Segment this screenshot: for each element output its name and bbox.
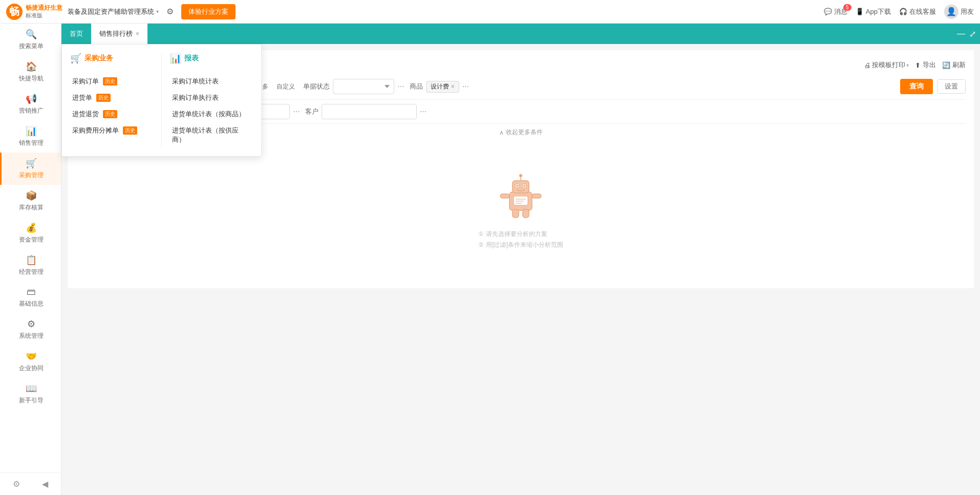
- sidebar-item-quick-nav[interactable]: 🏠 快捷导航: [0, 56, 61, 88]
- sidebar-item-label: 采购管理: [19, 171, 44, 180]
- incoming-stats-supplier-label: 进货单统计表（按供应商）: [172, 126, 251, 144]
- menu-item-incoming[interactable]: 进货单 历史: [70, 90, 153, 106]
- header-center: 装备及固定资产辅助管理系统 ▾ ⚙ 体验行业方案: [68, 4, 824, 19]
- message-action[interactable]: 💬 消息 5: [824, 7, 847, 16]
- logo-line2: 标准版: [26, 12, 62, 19]
- trial-button[interactable]: 体验行业方案: [181, 4, 236, 19]
- status-ellipsis[interactable]: ···: [397, 82, 404, 91]
- customer-ellipsis[interactable]: ···: [420, 107, 427, 116]
- refresh-action[interactable]: 🔄 刷新: [942, 60, 966, 70]
- status-select[interactable]: [333, 79, 394, 94]
- sidebar-item-label: 基础信息: [19, 299, 44, 308]
- menu-item-order-exec[interactable]: 采购订单执行表: [170, 90, 253, 106]
- menu-item-incoming-stats-supplier[interactable]: 进货单统计表（按供应商）: [170, 122, 253, 148]
- goods-label: 商品: [410, 82, 423, 91]
- sidebar-item-marketing[interactable]: 📢 营销推广: [0, 88, 61, 120]
- goods-tag: 设计费 ×: [426, 81, 459, 93]
- sidebar-item-inventory[interactable]: 📦 库存核算: [0, 185, 61, 217]
- online-service-action[interactable]: 🎧 在线客服: [899, 7, 936, 16]
- sidebar-item-system[interactable]: ⚙ 系统管理: [0, 313, 61, 346]
- settings-button[interactable]: 设置: [937, 79, 966, 94]
- sidebar-item-search[interactable]: 🔍 搜索菜单: [0, 24, 61, 56]
- tab-maximize-icon[interactable]: ⤢: [969, 29, 976, 39]
- refresh-icon: 🔄: [942, 61, 950, 69]
- order-exec-label: 采购订单执行表: [172, 93, 219, 102]
- toolbar-right: 🖨 按模板打印 ▾ ⬆ 导出 🔄 刷新: [864, 60, 966, 70]
- collapse-button[interactable]: ∧ 收起更多条件: [499, 128, 543, 137]
- header-settings-icon[interactable]: ⚙: [163, 5, 177, 19]
- tab-bar-right: — ⤢: [957, 29, 980, 39]
- empty-state: 请先选择要分析的方案 用[过滤]条件来缩小分析范围: [76, 141, 966, 282]
- user-action[interactable]: 👤 用友: [944, 5, 974, 19]
- user-label: 用友: [961, 7, 974, 16]
- customer-label: 客户: [305, 107, 318, 116]
- salesperson-ellipsis[interactable]: ···: [293, 107, 300, 116]
- menu-item-incoming-stats-goods[interactable]: 进货单统计表（按商品）: [170, 106, 253, 122]
- tab-minimize-icon[interactable]: —: [957, 29, 965, 38]
- header-right: 💬 消息 5 📱 App下载 🎧 在线客服 👤 用友: [824, 5, 974, 19]
- online-service-label: 在线客服: [909, 7, 936, 16]
- menu-item-expense[interactable]: 采购费用分摊单 历史: [70, 122, 153, 139]
- svg-rect-6: [500, 194, 509, 198]
- sidebar-item-label: 销售管理: [19, 139, 44, 147]
- tab-sales-ranking-label: 销售排行榜: [99, 29, 133, 38]
- collapse-icon[interactable]: ◀: [42, 479, 48, 489]
- incoming-label: 进货单: [72, 93, 92, 102]
- export-action[interactable]: ⬆ 导出: [915, 60, 936, 70]
- money-icon: 💰: [26, 222, 37, 233]
- goods-tag-close[interactable]: ×: [451, 83, 455, 90]
- message-icon: 💬: [824, 8, 832, 15]
- tab-bar: 首页 销售排行榜 × — ⤢: [61, 24, 980, 44]
- report-section-label: 报表: [184, 54, 199, 63]
- sidebar-item-sales[interactable]: 📊 销售管理: [0, 120, 61, 153]
- handshake-icon: 🤝: [26, 351, 37, 362]
- goods-ellipsis[interactable]: ···: [462, 82, 469, 91]
- customer-input[interactable]: [322, 104, 417, 119]
- sidebar-item-label: 快捷导航: [19, 74, 44, 83]
- logo-line1: 畅捷通好生意: [26, 4, 62, 12]
- sidebar-item-cooperation[interactable]: 🤝 企业协同: [0, 346, 61, 378]
- app-download-action[interactable]: 📱 App下载: [856, 7, 891, 16]
- book-icon: 📖: [26, 383, 37, 394]
- print-action[interactable]: 🖨 按模板打印 ▾: [864, 60, 909, 70]
- sidebar-item-operations[interactable]: 📋 经营管理: [0, 249, 61, 282]
- svg-point-5: [523, 185, 525, 187]
- svg-rect-8: [513, 209, 519, 218]
- shortcut-custom[interactable]: 自定义: [273, 81, 298, 92]
- menu-item-order-stats[interactable]: 采购订单统计表: [170, 73, 253, 90]
- menu-item-purchase-order[interactable]: 采购订单 历史: [70, 73, 153, 90]
- svg-rect-7: [532, 194, 541, 198]
- sidebar-item-purchase[interactable]: 🛒 采购管理: [0, 153, 61, 185]
- purchase-section-icon: 🛒: [70, 53, 81, 64]
- tab-close-icon[interactable]: ×: [136, 30, 139, 37]
- sidebar-item-guide[interactable]: 📖 新手引导: [0, 378, 61, 410]
- headset-icon: 🎧: [899, 8, 907, 15]
- search-icon: 🔍: [26, 29, 37, 40]
- query-button[interactable]: 查询: [900, 79, 933, 94]
- sidebar-item-basic[interactable]: 🗃 基础信息: [0, 282, 61, 313]
- report-section-icon: 📊: [170, 53, 181, 64]
- avatar: 👤: [944, 5, 958, 19]
- printer-icon: 🖨: [864, 61, 871, 69]
- sidebar-item-finance[interactable]: 💰 资金管理: [0, 217, 61, 249]
- collapse-label: 收起更多条件: [506, 128, 543, 137]
- menu-item-return[interactable]: 进货退货 历史: [70, 106, 153, 122]
- empty-hint-2: 用[过滤]条件来缩小分析范围: [478, 241, 563, 249]
- bottom-settings-icon[interactable]: ⚙: [13, 479, 20, 489]
- tab-sales-ranking[interactable]: 销售排行榜 ×: [91, 24, 147, 44]
- sidebar-item-label: 企业协同: [19, 364, 44, 373]
- goods-tag-value: 设计费: [431, 82, 449, 91]
- sidebar: 🔍 搜索菜单 🏠 快捷导航 📢 营销推广 📊 销售管理 🛒 采购管理 📦 库存核…: [0, 24, 61, 495]
- logo-text: 畅捷通好生意 标准版: [26, 4, 62, 19]
- history-badge-expense: 历史: [123, 126, 137, 135]
- purchase-section-title: 🛒 采购业务: [70, 53, 153, 67]
- logo-char: 畅: [9, 5, 19, 18]
- sidebar-item-label: 库存核算: [19, 203, 44, 212]
- phone-icon: 📱: [856, 8, 864, 15]
- report-icon: 📋: [26, 254, 37, 266]
- sidebar-item-label: 经营管理: [19, 268, 44, 276]
- chevron-down-icon[interactable]: ▾: [156, 9, 159, 14]
- box-icon: 📦: [26, 190, 37, 201]
- tab-home[interactable]: 首页: [61, 24, 91, 44]
- home-icon: 🏠: [26, 61, 37, 72]
